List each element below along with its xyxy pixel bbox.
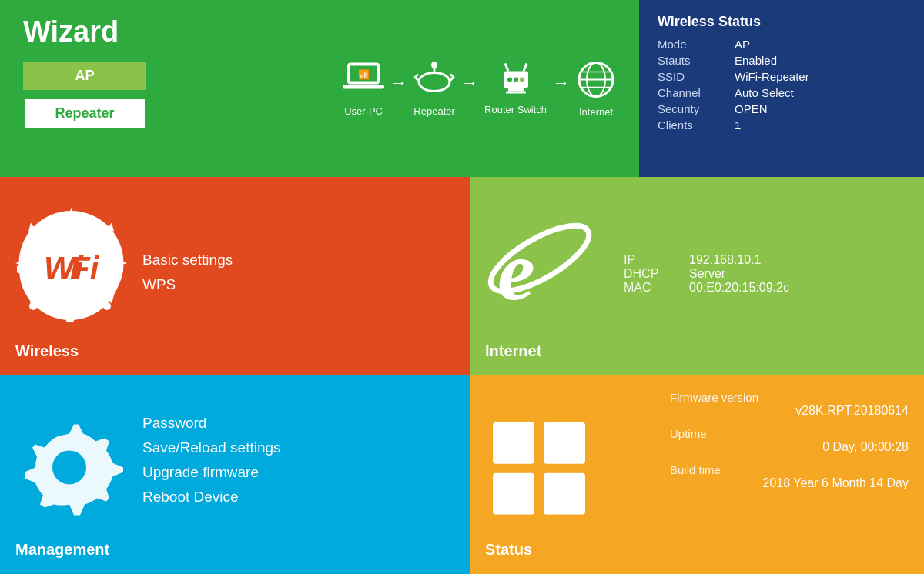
wizard-panel: Wizard AP Repeater 📶 User-PC [0,0,639,177]
svg-point-40 [103,302,111,310]
uptime-section: Uptime 0 Day, 00:00:28 [670,427,909,454]
pc-icon: 📶 [343,61,384,102]
internet-label: Internet [579,106,613,118]
save-reload-link[interactable]: Save/Reload settings [142,439,281,456]
router-label: Router Switch [484,104,547,115]
ws-value: AP [735,38,750,51]
svg-point-11 [514,78,518,82]
svg-rect-46 [544,422,585,464]
info-value: 192.168.10.1 [689,253,761,267]
svg-rect-13 [508,88,524,92]
wireless-status-rows: ModeAPStautsEnabledSSIDWiFi-RepeaterChan… [658,38,906,132]
ws-label: Security [658,102,719,115]
wps-link[interactable]: WPS [142,276,233,293]
basic-settings-link[interactable]: Basic settings [142,252,233,269]
arrow-2: → [461,72,478,92]
diagram-item-internet: Internet [576,60,616,118]
svg-rect-45 [493,422,534,464]
svg-point-12 [520,78,524,82]
info-value: Server [689,267,725,281]
svg-point-37 [29,229,37,236]
svg-line-9 [524,64,527,72]
repeater-button[interactable]: Repeater [23,98,146,129]
info-label: MAC [624,281,666,295]
diagram-item-repeater: Repeater [413,61,455,117]
ap-button[interactable]: AP [23,62,146,90]
svg-point-10 [507,78,512,82]
svg-line-8 [505,64,508,72]
ws-label: SSID [658,70,719,83]
build-value: 2018 Year 6 Month 14 Day [670,476,909,490]
wireless-status-panel: Wireless Status ModeAPStautsEnabledSSIDW… [639,0,924,177]
wireless-status-row: StautsEnabled [658,54,906,67]
info-label: DHCP [624,267,666,281]
svg-rect-47 [493,473,534,515]
uptime-value: 0 Day, 00:00:28 [670,440,909,454]
status-info: Firmware version v28K.RPT.20180614 Uptim… [670,391,909,499]
ws-label: Clients [658,118,719,132]
internet-info: IP192.168.10.1DHCPServerMAC00:E0:20:15:0… [624,253,909,295]
svg-text:e: e [497,224,535,318]
tile-status[interactable]: Firmware version v28K.RPT.20180614 Uptim… [470,375,924,574]
ws-value: 1 [735,118,741,132]
internet-icon [576,60,616,102]
info-label: IP [624,253,666,267]
wizard-title: Wizard [23,15,616,48]
repeater-icon [413,61,455,102]
ws-label: Channel [658,86,719,99]
svg-text:📶: 📶 [358,68,370,80]
uptime-label: Uptime [670,427,909,440]
internet-info-rows: IP192.168.10.1DHCPServerMAC00:E0:20:15:0… [624,253,909,295]
info-value: 00:E0:20:15:09:2c [689,281,789,295]
build-section: Build time 2018 Year 6 Month 14 Day [670,463,909,490]
ws-value: Auto Select [735,86,794,99]
firmware-value: v28K.RPT.20180614 [670,404,909,418]
management-tile-label: Management [15,541,454,559]
wifi-logo: Wi Fi [17,216,123,325]
gear-icon-area [12,410,126,527]
wireless-status-row: SSIDWiFi-Repeater [658,70,906,83]
svg-text:Fi: Fi [70,250,100,286]
wireless-status-title: Wireless Status [658,14,906,30]
internet-tile-label: Internet [485,342,909,360]
wireless-tile-label: Wireless [15,342,454,360]
windows-logo-area [493,422,585,518]
password-link[interactable]: Password [142,415,281,432]
upgrade-firmware-link[interactable]: Upgrade firmware [142,464,281,481]
svg-point-4 [419,73,450,92]
ws-label: Mode [658,38,719,51]
internet-info-row: MAC00:E0:20:15:09:2c [624,281,909,295]
diagram-item-router: Router Switch [484,62,547,115]
ws-label: Stauts [658,54,719,67]
svg-rect-14 [506,92,526,94]
pc-label: User-PC [344,105,383,117]
internet-info-row: DHCPServer [624,267,909,281]
diagram-item-pc: 📶 User-PC [343,61,384,117]
svg-point-6 [431,62,437,68]
ws-value: OPEN [735,102,768,115]
arrow-1: → [390,72,407,92]
status-tile-label: Status [485,541,909,559]
ie-icon-area: e [487,216,593,325]
tile-management[interactable]: Password Save/Reload settings Upgrade fi… [0,375,470,574]
wireless-status-row: Clients1 [658,118,906,132]
svg-rect-48 [544,473,585,515]
repeater-label: Repeater [413,105,454,117]
firmware-section: Firmware version v28K.RPT.20180614 [670,391,909,418]
router-icon [496,62,536,100]
build-label: Build time [670,463,909,476]
arrow-3: → [553,72,570,92]
wireless-status-row: SecurityOPEN [658,102,906,115]
tile-internet[interactable]: e IP192.168.10.1DHCPServerMAC00:E0:20:15… [470,177,924,375]
tile-wireless[interactable]: Wi Wi Wi Fi [0,177,470,375]
wireless-menu: Basic settings WPS [142,252,233,293]
internet-info-row: IP192.168.10.1 [624,253,909,267]
ws-value: Enabled [735,54,777,67]
wireless-status-row: ChannelAuto Select [658,86,906,99]
management-menu: Password Save/Reload settings Upgrade fi… [142,415,281,506]
reboot-device-link[interactable]: Reboot Device [142,489,281,506]
firmware-label: Firmware version [670,391,909,404]
wireless-status-row: ModeAP [658,38,906,51]
ws-value: WiFi-Repeater [735,70,809,83]
svg-rect-3 [343,85,384,89]
